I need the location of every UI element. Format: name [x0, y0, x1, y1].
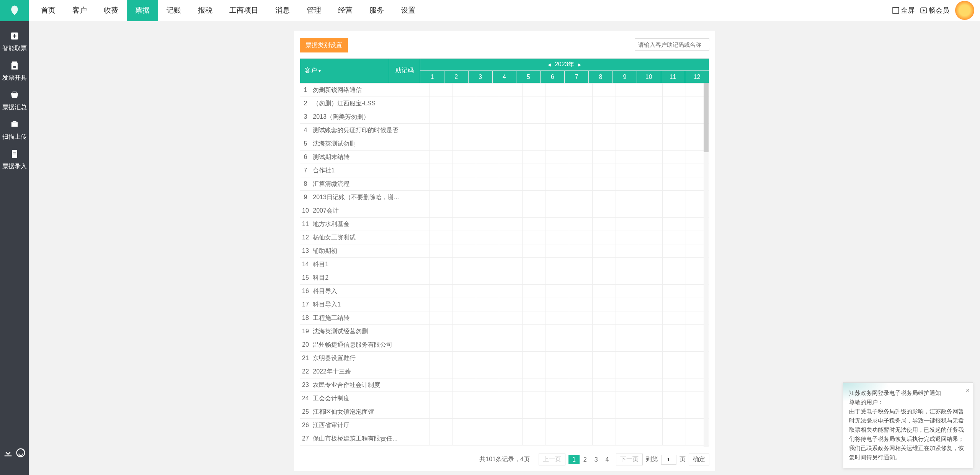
- month-cell[interactable]: [639, 191, 662, 204]
- month-cell[interactable]: [523, 258, 546, 271]
- month-cell[interactable]: [569, 258, 593, 271]
- month-cell[interactable]: [569, 110, 593, 124]
- month-cell[interactable]: [662, 271, 686, 285]
- month-cell[interactable]: [452, 244, 476, 258]
- month-cell[interactable]: [429, 137, 452, 151]
- nav-设置[interactable]: 设置: [392, 0, 424, 21]
- month-cell[interactable]: [429, 244, 452, 258]
- col-customer[interactable]: 客户 ▾: [300, 59, 389, 83]
- month-cell[interactable]: [616, 298, 639, 311]
- month-cell[interactable]: [593, 151, 616, 164]
- month-cell[interactable]: [476, 231, 499, 244]
- month-cell[interactable]: [452, 110, 476, 124]
- year-prev[interactable]: ◂: [548, 61, 551, 68]
- month-cell[interactable]: [523, 338, 546, 352]
- month-cell[interactable]: [593, 137, 616, 151]
- month-cell[interactable]: [546, 352, 569, 365]
- table-row[interactable]: 92013日记账（不要删除哈，谢...: [300, 191, 709, 204]
- month-cell[interactable]: [639, 244, 662, 258]
- month-cell[interactable]: [616, 110, 639, 124]
- month-cell[interactable]: [476, 137, 499, 151]
- month-cell[interactable]: [546, 365, 569, 378]
- month-cell[interactable]: [523, 151, 546, 164]
- month-cell[interactable]: [639, 298, 662, 311]
- month-cell[interactable]: [452, 405, 476, 419]
- table-row[interactable]: 16科目导入: [300, 285, 709, 298]
- month-cell[interactable]: [593, 432, 616, 446]
- month-cell[interactable]: [593, 218, 616, 231]
- month-cell[interactable]: [429, 177, 452, 191]
- month-cell[interactable]: [593, 124, 616, 137]
- month-cell[interactable]: [662, 218, 686, 231]
- month-cell[interactable]: [662, 311, 686, 325]
- month-cell[interactable]: [569, 298, 593, 311]
- month-cell[interactable]: [429, 378, 452, 392]
- month-cell[interactable]: [452, 271, 476, 285]
- month-cell[interactable]: [523, 97, 546, 110]
- nav-记账[interactable]: 记账: [158, 0, 189, 21]
- month-cell[interactable]: [499, 164, 523, 177]
- month-cell[interactable]: [593, 352, 616, 365]
- nav-报税[interactable]: 报税: [189, 0, 221, 21]
- month-cell[interactable]: [662, 392, 686, 405]
- table-row[interactable]: 32013（陶美芳勿删）: [300, 110, 709, 124]
- month-cell[interactable]: [662, 419, 686, 432]
- month-cell[interactable]: [639, 151, 662, 164]
- month-cell[interactable]: [639, 405, 662, 419]
- table-row[interactable]: 21东明县设置鞋行: [300, 352, 709, 365]
- customer-name[interactable]: 科目2: [311, 271, 399, 285]
- month-cell[interactable]: [523, 84, 546, 97]
- customer-name[interactable]: 江都区仙女镇泡泡面馆: [311, 405, 399, 419]
- month-cell[interactable]: [616, 164, 639, 177]
- table-row[interactable]: 1勿删新锐网络通信: [300, 84, 709, 97]
- month-cell[interactable]: [546, 432, 569, 446]
- month-cell[interactable]: [452, 97, 476, 110]
- month-cell[interactable]: [546, 338, 569, 352]
- month-cell[interactable]: [616, 338, 639, 352]
- nav-客户[interactable]: 客户: [64, 0, 95, 21]
- month-cell[interactable]: [569, 378, 593, 392]
- month-cell[interactable]: [569, 124, 593, 137]
- month-cell[interactable]: [476, 191, 499, 204]
- month-cell[interactable]: [639, 285, 662, 298]
- month-cell[interactable]: [452, 392, 476, 405]
- month-cell[interactable]: [593, 231, 616, 244]
- month-cell[interactable]: [476, 164, 499, 177]
- month-cell[interactable]: [452, 352, 476, 365]
- month-cell[interactable]: [523, 177, 546, 191]
- month-cell[interactable]: [499, 271, 523, 285]
- month-cell[interactable]: [452, 218, 476, 231]
- month-cell[interactable]: [569, 419, 593, 432]
- month-cell[interactable]: [593, 311, 616, 325]
- month-cell[interactable]: [569, 405, 593, 419]
- month-cell[interactable]: [546, 110, 569, 124]
- month-cell[interactable]: [662, 177, 686, 191]
- table-row[interactable]: 24工会会计制度: [300, 392, 709, 405]
- customer-name[interactable]: 测试账套的凭证打印的时候是否: [311, 124, 399, 137]
- month-cell[interactable]: [476, 218, 499, 231]
- month-cell[interactable]: [639, 352, 662, 365]
- month-cell[interactable]: [499, 378, 523, 392]
- bill-category-settings-button[interactable]: 票据类别设置: [300, 38, 348, 52]
- month-cell[interactable]: [429, 298, 452, 311]
- month-cell[interactable]: [476, 311, 499, 325]
- month-cell[interactable]: [639, 164, 662, 177]
- month-cell[interactable]: [662, 97, 686, 110]
- month-cell[interactable]: [662, 137, 686, 151]
- table-row[interactable]: 102007会计: [300, 204, 709, 218]
- month-cell[interactable]: [429, 231, 452, 244]
- month-cell[interactable]: [523, 325, 546, 338]
- month-cell[interactable]: [593, 244, 616, 258]
- month-cell[interactable]: [546, 405, 569, 419]
- month-cell[interactable]: [662, 405, 686, 419]
- month-cell[interactable]: [546, 191, 569, 204]
- month-cell[interactable]: [616, 124, 639, 137]
- month-cell[interactable]: [593, 271, 616, 285]
- month-cell[interactable]: [523, 311, 546, 325]
- customer-name[interactable]: 2022年十三薪: [311, 365, 399, 378]
- month-cell[interactable]: [523, 432, 546, 446]
- month-cell[interactable]: [616, 218, 639, 231]
- table-row[interactable]: 17科目导入1: [300, 298, 709, 311]
- month-cell[interactable]: [429, 164, 452, 177]
- month-cell[interactable]: [452, 191, 476, 204]
